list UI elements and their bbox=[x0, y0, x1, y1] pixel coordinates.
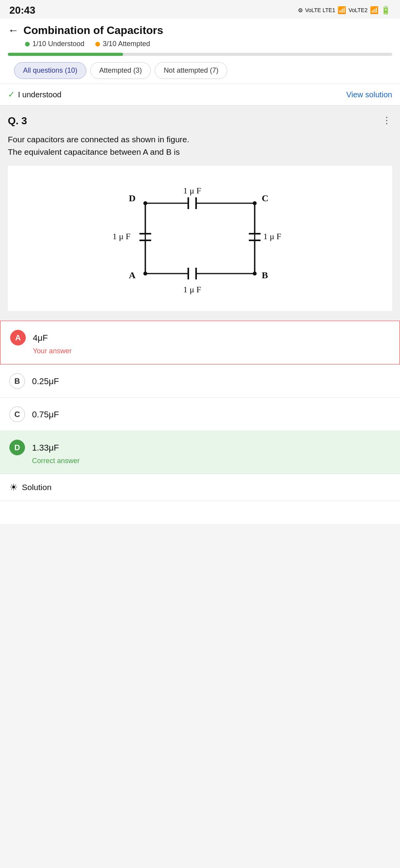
tab-not-attempted[interactable]: Not attempted (7) bbox=[155, 62, 227, 79]
attempted-meta: 3/10 Attempted bbox=[95, 40, 150, 48]
bottom-nav bbox=[0, 501, 400, 524]
svg-text:C: C bbox=[262, 193, 268, 203]
svg-text:1 μ F: 1 μ F bbox=[112, 231, 130, 241]
option-b-row: B 0.25μF bbox=[9, 373, 391, 389]
solution-label: Solution bbox=[22, 483, 52, 492]
understood-meta: 1/10 Understood bbox=[25, 40, 84, 48]
option-d-text: 1.33μF bbox=[32, 440, 59, 454]
understood-text: I understood bbox=[18, 90, 61, 99]
header: ← Combination of Capacitors 1/10 Underst… bbox=[0, 19, 400, 84]
signal-icon1: 📶 bbox=[338, 6, 346, 14]
option-b-text: 0.25μF bbox=[32, 373, 59, 388]
svg-point-30 bbox=[143, 201, 147, 205]
tab-bar: All questions (10) Attempted (3) Not att… bbox=[8, 62, 392, 84]
header-top: ← Combination of Capacitors bbox=[8, 24, 392, 37]
attempted-dot bbox=[95, 42, 100, 47]
solution-button[interactable]: ☀ Solution bbox=[0, 474, 400, 501]
check-icon: ✓ bbox=[8, 89, 15, 100]
attempted-label: 3/10 Attempted bbox=[103, 40, 150, 48]
option-a[interactable]: A 4μF Your answer bbox=[0, 320, 400, 365]
svg-text:1 μ F: 1 μ F bbox=[183, 186, 201, 195]
solution-icon: ☀ bbox=[9, 482, 18, 493]
status-time: 20:43 bbox=[9, 4, 36, 16]
lte-label: VoLTE LTE1 bbox=[305, 7, 335, 13]
svg-text:1 μ F: 1 μ F bbox=[263, 231, 281, 241]
understood-bar: ✓ I understood View solution bbox=[0, 84, 400, 106]
progress-bar-fill bbox=[8, 53, 123, 56]
options-section: A 4μF Your answer B 0.25μF C 0.75μF D 1.… bbox=[0, 320, 400, 474]
question-number: Q. 3 bbox=[8, 115, 27, 127]
understood-dot bbox=[25, 42, 30, 47]
svg-text:D: D bbox=[129, 193, 136, 203]
volte-icon: ⊙ bbox=[298, 7, 303, 13]
svg-point-31 bbox=[253, 201, 257, 205]
svg-text:1 μ F: 1 μ F bbox=[183, 285, 201, 294]
signal-icon2: 📶 bbox=[370, 6, 379, 14]
option-c[interactable]: C 0.75μF bbox=[0, 398, 400, 431]
circuit-diagram: 1 μ F 1 μ F 1 μ F 1 μ F D C A B bbox=[8, 166, 392, 311]
more-options-icon[interactable]: ⋮ bbox=[382, 115, 392, 126]
option-a-label: A bbox=[10, 330, 26, 345]
page-title: Combination of Capacitors bbox=[23, 24, 163, 37]
tab-all-questions[interactable]: All questions (10) bbox=[14, 62, 86, 79]
lte2-label: VoLTE2 bbox=[348, 7, 368, 13]
option-c-text: 0.75μF bbox=[32, 406, 59, 421]
understood-left: ✓ I understood bbox=[8, 89, 61, 100]
option-a-text: 4μF bbox=[33, 330, 48, 344]
circuit-svg-wrap: 1 μ F 1 μ F 1 μ F 1 μ F D C A B bbox=[14, 172, 386, 305]
progress-bar-container bbox=[8, 53, 392, 56]
status-bar: 20:43 ⊙ VoLTE LTE1 📶 VoLTE2 📶 🔋 bbox=[0, 0, 400, 19]
back-button[interactable]: ← bbox=[8, 25, 19, 36]
status-icons: ⊙ VoLTE LTE1 📶 VoLTE2 📶 🔋 bbox=[298, 5, 391, 15]
understood-label: 1/10 Understood bbox=[32, 40, 84, 48]
circuit-svg: 1 μ F 1 μ F 1 μ F 1 μ F D C A B bbox=[98, 172, 302, 305]
option-d-sub: Correct answer bbox=[9, 457, 391, 465]
option-a-sub: Your answer bbox=[10, 347, 390, 355]
svg-text:B: B bbox=[262, 270, 268, 280]
option-d-row: D 1.33μF bbox=[9, 440, 391, 455]
svg-point-33 bbox=[253, 272, 257, 276]
tab-attempted[interactable]: Attempted (3) bbox=[90, 62, 151, 79]
svg-text:A: A bbox=[129, 270, 136, 280]
option-c-label: C bbox=[9, 406, 25, 422]
option-a-row: A 4μF bbox=[10, 330, 390, 345]
question-card: Q. 3 ⋮ Four capacitors are connected as … bbox=[0, 106, 400, 320]
option-c-row: C 0.75μF bbox=[9, 406, 391, 422]
option-d[interactable]: D 1.33μF Correct answer bbox=[0, 431, 400, 474]
option-d-label: D bbox=[9, 440, 25, 455]
svg-point-32 bbox=[143, 272, 147, 276]
view-solution-link[interactable]: View solution bbox=[346, 90, 392, 99]
header-meta: 1/10 Understood 3/10 Attempted bbox=[8, 40, 392, 48]
option-b[interactable]: B 0.25μF bbox=[0, 365, 400, 398]
question-header: Q. 3 ⋮ bbox=[8, 115, 392, 127]
battery-icon: 🔋 bbox=[381, 5, 391, 15]
question-text: Four capacitors are connected as shown i… bbox=[8, 133, 392, 158]
option-b-label: B bbox=[9, 373, 25, 389]
